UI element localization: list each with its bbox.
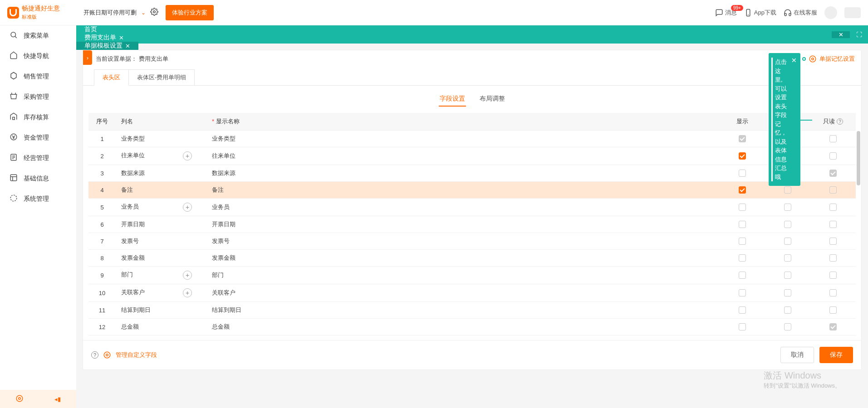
checkbox[interactable] [739, 306, 746, 314]
checkbox[interactable] [739, 135, 746, 142]
cell-display[interactable]: 开票日期 [206, 216, 720, 233]
settings-icon[interactable] [15, 394, 24, 404]
sidebar-item-sale[interactable]: 销售管理 [0, 66, 76, 87]
sidebar-item-base[interactable]: 基础信息 [0, 168, 76, 189]
checkbox[interactable] [784, 306, 791, 314]
account-selector[interactable]: 开账日期可停用可删 ⌄ [83, 9, 146, 17]
checkbox[interactable] [829, 238, 837, 245]
tab-首页[interactable]: 首页 [76, 25, 138, 34]
checkbox[interactable] [829, 135, 837, 142]
checkbox[interactable] [739, 204, 746, 211]
checkbox[interactable] [829, 272, 837, 279]
fullscreen-icon[interactable]: ⛶ [850, 31, 868, 38]
checkbox[interactable] [829, 289, 837, 296]
checkbox[interactable] [784, 238, 791, 245]
tab-close-icon[interactable]: ✕ [119, 34, 124, 41]
gear-icon[interactable] [150, 8, 158, 17]
checkbox[interactable] [829, 204, 837, 211]
sidebar-item-stock[interactable]: 库存核算 [0, 107, 76, 127]
cell-display[interactable]: 发票号 [206, 233, 720, 250]
collapse-handle-icon[interactable]: › [83, 50, 92, 65]
checkbox[interactable] [829, 152, 837, 160]
cell-display[interactable]: 总金额 [206, 319, 720, 335]
cell-display[interactable]: 部门 [206, 267, 720, 284]
checkbox[interactable] [829, 221, 837, 228]
svg-rect-11 [10, 175, 17, 181]
sidebar-item-biz[interactable]: 经营管理 [0, 148, 76, 168]
checkbox[interactable] [739, 186, 746, 194]
checkbox[interactable] [739, 238, 746, 245]
memory-settings-link[interactable]: 点击这里,可以设置表头字段记忆，以及表体信息汇总哦 ✕ 单据记忆设置 [802, 55, 855, 63]
checkbox[interactable] [739, 272, 746, 279]
checkbox[interactable] [784, 272, 791, 279]
checkbox[interactable] [739, 254, 746, 262]
checkbox[interactable] [739, 289, 746, 296]
table-row[interactable]: 6开票日期开票日期 [88, 216, 856, 233]
sidebar-item-nav[interactable]: 快捷导航 [0, 46, 76, 66]
experience-button[interactable]: 体验行业方案 [166, 5, 214, 20]
cell-display[interactable]: 结算到期日 [206, 302, 720, 319]
plus-icon[interactable]: + [183, 203, 192, 212]
cell-display[interactable]: 发票金额 [206, 250, 720, 267]
close-all-tabs-icon[interactable]: ✕ [832, 31, 850, 38]
cell-display[interactable]: 业务员 [206, 199, 720, 216]
checkbox[interactable] [784, 323, 791, 330]
table-row[interactable]: 12总金额总金额 [88, 319, 856, 335]
table-row[interactable]: 4备注备注 [88, 182, 856, 199]
sidebar-item-search[interactable]: 搜索菜单 [0, 25, 76, 46]
table-row[interactable]: 2往来单位+往来单位 [88, 147, 856, 165]
sidebar-item-sys[interactable]: 系统管理 [0, 189, 76, 209]
table-row[interactable]: 10关联客户+关联客户 [88, 284, 856, 302]
help-icon[interactable]: ? [91, 351, 98, 359]
checkbox[interactable] [784, 254, 791, 262]
checkbox[interactable] [739, 170, 746, 177]
checkbox[interactable] [784, 221, 791, 228]
tab-费用支出单[interactable]: 费用支出单✕ [76, 34, 138, 42]
section-tab[interactable]: 表头区 [94, 69, 129, 86]
checkbox[interactable] [829, 254, 837, 262]
cell-display[interactable]: 备注 [206, 182, 720, 199]
tooltip-close-icon[interactable]: ✕ [791, 56, 797, 65]
checkbox[interactable] [739, 152, 746, 160]
checkbox[interactable] [739, 221, 746, 228]
org-switcher[interactable] [844, 7, 861, 18]
scrollbar[interactable] [857, 131, 860, 185]
cell-display[interactable]: 数据来源 [206, 165, 720, 182]
cell-display[interactable]: 业务类型 [206, 131, 720, 147]
table-row[interactable]: 3数据来源数据来源 [88, 165, 856, 182]
checkbox[interactable] [784, 204, 791, 211]
table-row[interactable]: 5业务员+业务员 [88, 199, 856, 216]
checkbox[interactable] [829, 306, 837, 314]
collapse-sidebar-icon[interactable]: ◂▮ [54, 396, 61, 403]
inner-tab[interactable]: 字段设置 [439, 92, 466, 107]
service-button[interactable]: 在线客服 [784, 9, 817, 17]
table-row[interactable]: 7发票号发票号 [88, 233, 856, 250]
table-row[interactable]: 9部门+部门 [88, 267, 856, 284]
cancel-button[interactable]: 取消 [780, 347, 814, 363]
sidebar-item-fund[interactable]: 资金管理 [0, 127, 76, 148]
section-tab[interactable]: 表体区-费用单明细 [129, 69, 195, 86]
cell-display[interactable]: 关联客户 [206, 284, 720, 302]
download-button[interactable]: App下载 [744, 9, 776, 17]
checkbox[interactable] [829, 323, 837, 330]
table-row[interactable]: 11结算到期日结算到期日 [88, 302, 856, 319]
help-icon[interactable]: ? [837, 118, 843, 125]
plus-icon[interactable]: + [183, 151, 192, 160]
checkbox[interactable] [829, 170, 837, 177]
checkbox[interactable] [784, 289, 791, 296]
cell-display[interactable]: 往来单位 [206, 147, 720, 165]
save-button[interactable]: 保存 [819, 347, 853, 363]
avatar[interactable] [824, 6, 837, 19]
table-row[interactable]: 1业务类型业务类型 [88, 131, 856, 147]
sidebar-item-purchase[interactable]: 采购管理 [0, 87, 76, 107]
table-row[interactable]: 8发票金额发票金额 [88, 250, 856, 267]
checkbox[interactable] [784, 186, 791, 194]
custom-fields-link[interactable]: 管理自定义字段 [116, 351, 157, 359]
checkbox[interactable] [829, 186, 837, 194]
inner-tab[interactable]: 布局调整 [479, 92, 506, 107]
messages-button[interactable]: 消息 99+ [715, 9, 737, 17]
plus-icon[interactable]: + [183, 288, 192, 297]
col-readonly: 只读? [810, 113, 856, 131]
checkbox[interactable] [739, 323, 746, 330]
plus-icon[interactable]: + [183, 271, 192, 280]
